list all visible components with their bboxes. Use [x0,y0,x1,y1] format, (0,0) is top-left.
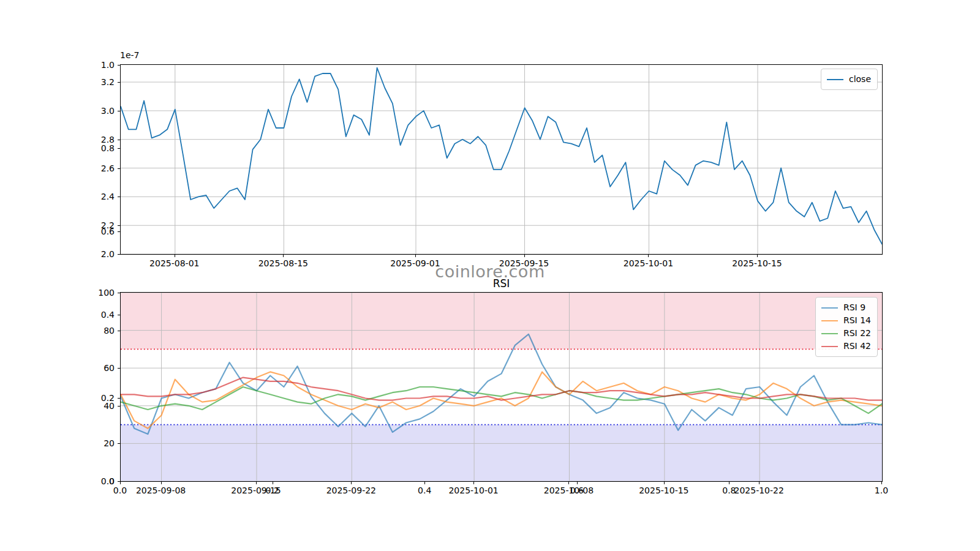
y-tick-label: 100 [66,288,115,298]
legend-entry-rsi-14: RSI 14 [821,314,871,327]
legend-label: RSI 9 [843,301,865,314]
tick-mark [577,482,578,484]
legend-line-sample [827,79,843,80]
rsi-legend: RSI 9RSI 14RSI 22RSI 42 [815,297,878,357]
tick-mark [351,482,352,484]
tick-mark [118,481,120,482]
tick-mark [118,111,120,111]
x-tick-label: 2025-10-01 [448,485,498,495]
tick-mark [118,315,120,315]
overlay-x-tick-label: 0.0 [113,485,127,495]
legend-entry-rsi-9: RSI 9 [821,301,871,314]
tick-mark [118,293,120,293]
tick-mark [118,65,120,66]
overlay-y-tick-label: 0.4 [66,310,115,320]
tick-mark [256,482,257,484]
x-tick-label: 2025-09-15 [499,258,549,268]
tick-mark [118,140,120,140]
tick-mark [118,254,120,255]
rsi-title: RSI [120,277,883,290]
tick-mark [524,255,525,257]
figure: 1e-7 coinlore.com RSI close RSI 9RSI 14R… [0,0,980,551]
price-legend: close [821,69,878,90]
x-tick-label: 2025-10-08 [544,485,594,495]
tick-mark [273,482,273,484]
tick-mark [161,482,162,484]
x-tick-label: 2025-08-15 [258,258,308,268]
x-tick-label: 2025-08-01 [149,258,199,268]
legend-line-sample [821,320,838,321]
tick-mark [118,225,120,226]
tick-mark [118,331,120,331]
y-tick-label: 3.2 [66,77,115,87]
tick-mark [118,398,120,399]
legend-entry-close: close [827,73,871,86]
rsi-plot-area [120,292,883,482]
tick-mark [424,482,425,484]
legend-entry-rsi-22: RSI 22 [821,327,871,340]
legend-line-sample [821,333,838,334]
legend-line-sample [821,307,838,309]
tick-mark [729,482,729,484]
tick-mark [118,368,120,369]
legend-entry-rsi-42: RSI 42 [821,340,871,353]
overlay-x-tick-label: 0.2 [265,485,279,495]
y-tick-label: 60 [66,363,115,373]
y-axis-offset-label: 1e-7 [120,50,139,60]
y-tick-label: 2.0 [66,249,115,259]
tick-mark [118,82,120,83]
x-tick-label: 2025-09-22 [326,485,376,495]
tick-mark [118,443,120,444]
tick-mark [648,255,649,257]
tick-mark [664,482,665,484]
overlay-x-tick-label: 1.0 [875,485,888,495]
overlay-y-tick-label: 1.0 [66,60,115,70]
legend-label: RSI 14 [843,314,871,327]
legend-label: RSI 42 [843,340,871,353]
tick-mark [568,482,569,484]
overlay-x-tick-label: 0.4 [418,485,431,495]
overlay-y-tick-label: 0.8 [66,143,115,153]
overlay-y-tick-label: 0.2 [66,393,115,403]
y-tick-label: 80 [66,326,115,335]
x-tick-label: 2025-10-15 [639,485,688,495]
price-plot-area [120,64,883,255]
tick-mark [473,482,474,484]
tick-mark [415,255,416,257]
tick-mark [118,197,120,197]
tick-mark [759,482,760,484]
y-tick-label: 2.4 [66,192,115,201]
legend-label: close [849,73,871,86]
y-tick-label: 3.0 [66,106,115,116]
y-tick-label: 2.6 [66,163,115,173]
price-chart-canvas [121,65,882,254]
x-tick-label: 2025-09-01 [390,258,440,268]
x-tick-label: 2025-09-08 [136,485,186,495]
tick-mark [881,482,882,484]
tick-mark [120,482,121,484]
rsi-chart-canvas [121,293,882,481]
legend-label: RSI 22 [843,327,871,340]
x-tick-label: 2025-10-15 [732,258,782,268]
tick-mark [757,255,758,257]
overlay-y-tick-label: 0.0 [66,476,115,486]
tick-mark [118,406,120,407]
tick-mark [175,255,175,257]
tick-mark [118,231,120,232]
tick-mark [118,148,120,149]
overlay-x-tick-label: 0.6 [570,485,584,495]
y-tick-label: 20 [66,438,115,448]
x-tick-label: 2025-10-01 [624,258,673,268]
tick-mark [283,255,284,257]
tick-mark [118,168,120,169]
x-tick-label: 2025-10-22 [734,485,784,495]
overlay-y-tick-label: 0.6 [66,227,115,236]
overlay-x-tick-label: 0.8 [722,485,736,495]
legend-line-sample [821,346,838,347]
